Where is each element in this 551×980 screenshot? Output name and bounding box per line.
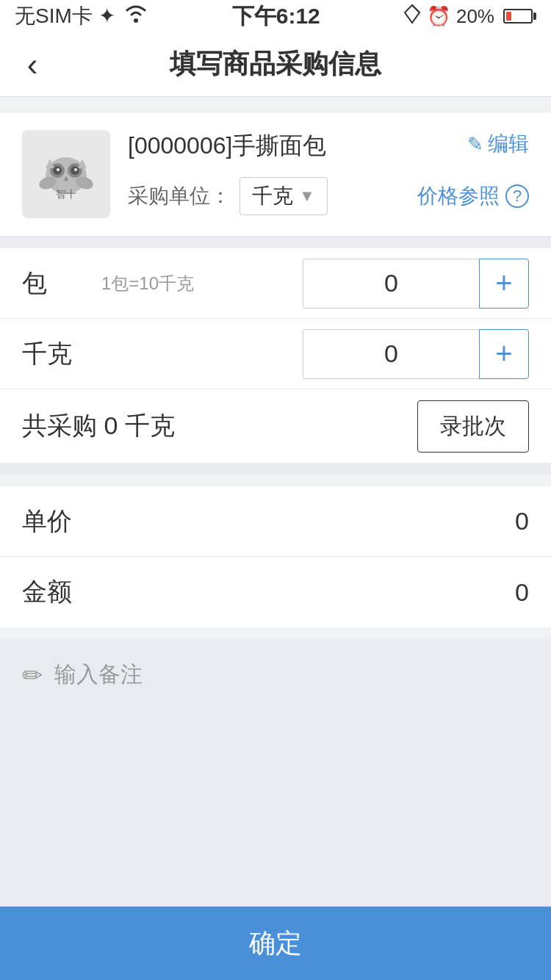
price-ref-button[interactable]: 价格参照 ?: [417, 182, 529, 210]
confirm-label: 确定: [249, 926, 302, 962]
section-separator-2: [0, 463, 551, 475]
unit-price-label: 单价: [22, 505, 72, 538]
notes-content: ✏ 输入备注: [22, 660, 529, 690]
product-image: 智十: [22, 130, 110, 218]
status-time: 下午6:12: [232, 1, 320, 32]
package-input-row: 包 1包=10千克 0 +: [0, 248, 551, 319]
price-section: 单价 0 金额 0: [0, 486, 551, 627]
back-button[interactable]: ‹: [0, 32, 65, 97]
edit-button[interactable]: ✎ 编辑: [467, 130, 529, 158]
svg-point-7: [74, 168, 77, 171]
package-value: 0: [384, 269, 398, 298]
battery-icon: [500, 9, 536, 24]
summary-text: 共采购 0 千克: [22, 409, 175, 443]
unit-value: 千克: [252, 182, 293, 210]
battery-percent: 20%: [456, 5, 494, 28]
product-header: [0000006]手撕面包 ✎ 编辑: [128, 130, 529, 162]
status-left: 无SIM卡 ✦: [15, 2, 149, 30]
record-batch-label: 录批次: [440, 414, 506, 438]
confirm-button[interactable]: 确定: [0, 907, 551, 980]
summary-quantity: 0: [104, 411, 118, 439]
page-title: 填写商品采购信息: [170, 46, 381, 82]
summary-label: 共采购: [22, 411, 97, 439]
package-label: 包: [22, 267, 96, 300]
amount-row: 金额 0: [0, 557, 551, 627]
purchase-unit-row: 采购单位： 千克 ▼ 价格参照 ?: [128, 177, 529, 215]
kg-input-row: 千克 0 +: [0, 319, 551, 389]
edit-label: 编辑: [488, 130, 529, 158]
help-icon: ?: [505, 184, 529, 208]
package-input-right: 0 +: [303, 259, 529, 309]
kg-label: 千克: [22, 337, 96, 371]
product-card: 智十 [0000006]手撕面包 ✎ 编辑 采购单位： 千克 ▼ 价格参照 ?: [0, 112, 551, 237]
summary-unit: 千克: [125, 411, 175, 439]
edit-icon: ✎: [467, 133, 483, 156]
nav-bar: ‹ 填写商品采购信息: [0, 32, 551, 97]
product-logo: 智十: [37, 143, 96, 206]
svg-point-6: [57, 168, 60, 171]
kg-plus-icon: +: [495, 337, 512, 370]
back-icon: ‹: [27, 46, 38, 83]
package-plus-icon: +: [495, 267, 512, 300]
dropdown-arrow-icon: ▼: [299, 187, 315, 206]
record-batch-button[interactable]: 录批次: [417, 400, 529, 453]
pencil-icon: ✏: [22, 660, 43, 690]
unit-price-value: 0: [515, 507, 529, 536]
notes-placeholder: 输入备注: [54, 660, 143, 690]
status-bar: 无SIM卡 ✦ 下午6:12 ⏰ 20%: [0, 0, 551, 32]
product-info: [0000006]手撕面包 ✎ 编辑 采购单位： 千克 ▼ 价格参照 ?: [128, 130, 529, 215]
kg-number-input[interactable]: 0: [303, 329, 479, 379]
product-name: [0000006]手撕面包: [128, 130, 326, 162]
unit-price-row: 单价 0: [0, 486, 551, 557]
sim-signal: 无SIM卡 ✦: [15, 2, 115, 30]
svg-point-0: [134, 18, 138, 23]
package-sub: 1包=10千克: [101, 272, 303, 295]
package-plus-button[interactable]: +: [479, 259, 529, 309]
unit-select[interactable]: 千克 ▼: [240, 177, 328, 215]
input-section: 包 1包=10千克 0 + 千克 0 +: [0, 248, 551, 389]
amount-label: 金额: [22, 575, 72, 609]
kg-plus-button[interactable]: +: [479, 329, 529, 379]
amount-value: 0: [515, 578, 529, 607]
location-icon: [403, 4, 421, 29]
notes-section[interactable]: ✏ 输入备注: [0, 639, 551, 757]
kg-input-right: 0 +: [303, 329, 529, 379]
kg-value: 0: [384, 339, 398, 368]
status-right: ⏰ 20%: [403, 4, 536, 29]
svg-text:智十: 智十: [56, 188, 76, 200]
section-separator-1: [0, 237, 551, 248]
summary-row: 共采购 0 千克 录批次: [0, 389, 551, 463]
unit-label: 采购单位：: [128, 182, 231, 210]
package-number-input[interactable]: 0: [303, 259, 479, 309]
clock-icon: ⏰: [427, 5, 450, 28]
wifi-icon: [123, 4, 149, 29]
price-ref-label: 价格参照: [417, 182, 500, 210]
